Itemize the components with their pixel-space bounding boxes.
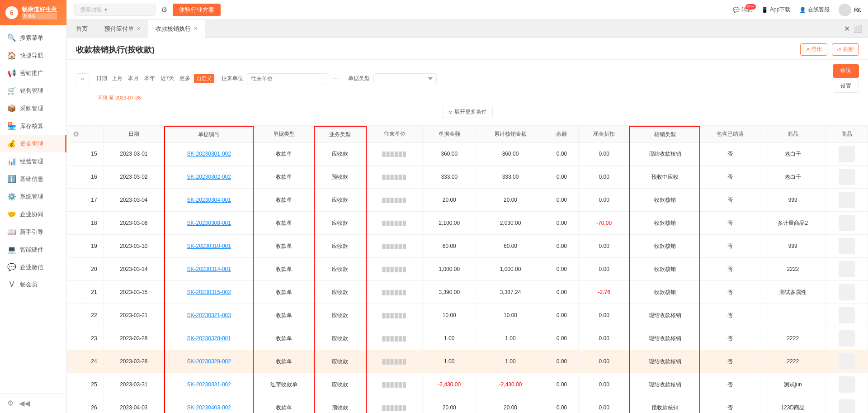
sidebar-item-basic[interactable]: ℹ️ 基础信息 <box>0 170 66 188</box>
sidebar-item-purchase[interactable]: 📦 采购管理 <box>0 100 66 117</box>
sidebar-item-operation[interactable]: 📊 经营管理 <box>0 152 66 170</box>
doc-no-link[interactable]: SK-20230308-001 <box>187 220 231 226</box>
date-more[interactable]: 更多 <box>178 74 192 83</box>
cell-doc-no[interactable]: SK-20230315-002 <box>165 281 253 304</box>
doc-no-link[interactable]: SK-20230403-002 <box>187 404 231 411</box>
export-button[interactable]: ↗ 导出 <box>800 43 827 56</box>
topbar-app-download[interactable]: 📱 App下载 <box>761 6 790 14</box>
cell-rownum: 25 <box>85 373 103 396</box>
doc-no-link[interactable]: SK-20230302-002 <box>187 174 231 180</box>
date-7days[interactable]: 近7天 <box>159 74 176 83</box>
doc-no-link[interactable]: SK-20230301-002 <box>187 151 231 157</box>
cell-balance: 0.00 <box>545 142 578 166</box>
tab-home[interactable]: 首页 <box>67 20 97 38</box>
cell-checkbox <box>67 166 85 189</box>
cell-amount: 3,390.00 <box>423 281 476 304</box>
topbar-search[interactable]: 搜索功能 ▼ <box>74 4 156 16</box>
sidebar-item-system[interactable]: ⚙️ 系统管理 <box>0 188 66 205</box>
industry-solution-button[interactable]: 体验行业方案 <box>173 4 221 16</box>
cell-biz-type: 应收款 <box>314 235 366 258</box>
col-include-settled: 包含已结清 <box>700 126 760 142</box>
cell-doc-no[interactable]: SK-20230301-002 <box>165 142 253 166</box>
filter-settings-button[interactable]: 设置 <box>833 80 859 93</box>
doc-no-link[interactable]: SK-20230331-002 <box>187 381 231 388</box>
cell-doc-no[interactable]: SK-20230403-002 <box>165 396 253 413</box>
basic-icon: ℹ️ <box>7 175 16 183</box>
date-last-month[interactable]: 上月 <box>110 74 124 83</box>
cell-writeoff-type: 现结收款核销 <box>630 373 699 396</box>
cell-date: 2023-03-28 <box>103 327 165 350</box>
sidebar-item-search[interactable]: 🔍 搜索菜单 <box>0 29 66 47</box>
sidebar-item-collab[interactable]: 🤝 企业协同 <box>0 205 66 223</box>
user-area[interactable]: Rit <box>839 4 861 16</box>
sidebar-item-inventory[interactable]: 🏪 库存核算 <box>0 117 66 135</box>
sidebar-item-hardware[interactable]: 💻 智能硬件 <box>0 241 66 258</box>
sidebar-item-label: 企业微信 <box>20 263 43 271</box>
filter-row-1: » 日期 上月 本月 本年 近7天 更多 自定义 往来单位 <box>76 64 859 93</box>
cell-doc-no[interactable]: SK-20230310-001 <box>165 235 253 258</box>
date-custom[interactable]: 自定义 <box>194 74 214 83</box>
table-settings-icon[interactable]: ⚙ <box>73 130 79 138</box>
collapse-icon[interactable]: ◀◀ <box>19 399 30 408</box>
sidebar-item-finance[interactable]: 💰 资金管理 <box>0 135 66 152</box>
col-balance: 余额 <box>545 126 578 142</box>
expand-more-button[interactable]: ∨ 展开更多条件 <box>443 106 493 118</box>
cell-doc-no[interactable]: SK-20230331-002 <box>165 373 253 396</box>
cell-doc-no[interactable]: SK-20230314-001 <box>165 258 253 281</box>
cell-date: 2023-03-31 <box>103 373 165 396</box>
tab-receive[interactable]: 收款核销执行 ✕ <box>148 20 205 38</box>
col-amount: 单据金额 <box>423 126 476 142</box>
settings-bottom-icon[interactable]: ⚙ <box>7 399 14 408</box>
sidebar-item-marketing[interactable]: 📢 营销推广 <box>0 64 66 82</box>
cell-include-settled: 否 <box>700 235 760 258</box>
cell-rownum: 17 <box>85 189 103 212</box>
doc-no-link[interactable]: SK-20230304-001 <box>187 197 231 203</box>
filter-actions: 查询 设置 <box>833 64 859 93</box>
filter-dots[interactable]: ··· <box>332 75 340 83</box>
doctype-select[interactable] <box>373 73 437 84</box>
topbar-online-service[interactable]: 👤 在线客服 <box>799 6 830 14</box>
topbar-message[interactable]: 💬 消息 99+ <box>733 6 752 14</box>
date-this-month[interactable]: 本月 <box>126 74 141 83</box>
doc-no-link[interactable]: SK-20230315-002 <box>187 289 231 295</box>
sidebar-item-sales[interactable]: 🛒 销售管理 <box>0 82 66 100</box>
cell-goods: 2222 <box>760 350 826 373</box>
cell-doc-no[interactable]: SK-20230304-001 <box>165 189 253 212</box>
cell-doc-no[interactable]: SK-20230328-002 <box>165 350 253 373</box>
tab-expand-icon[interactable]: ⬜ <box>854 24 863 33</box>
cell-doc-no[interactable]: SK-20230302-002 <box>165 166 253 189</box>
sidebar-item-wechat[interactable]: 💬 企业微信 <box>0 258 66 276</box>
filter-toggle-button[interactable]: » <box>76 73 89 84</box>
cell-writeoff-amount: 20.00 <box>476 396 545 413</box>
date-range-display: 不限 至 2023-07-26 <box>76 95 859 101</box>
doc-no-link[interactable]: SK-20230310-001 <box>187 243 231 249</box>
cell-balance: 0.00 <box>545 166 578 189</box>
col-writeoff-amount: 累计核销金额 <box>476 126 545 142</box>
cell-writeoff-amount: 2,030.00 <box>476 212 545 235</box>
cell-doc-no[interactable]: SK-20230321-003 <box>165 304 253 327</box>
sidebar-item-guide[interactable]: 📖 新手引导 <box>0 223 66 241</box>
sidebar-item-member[interactable]: V 畅会员 <box>0 276 66 293</box>
refresh-button[interactable]: ↺ 刷新 <box>832 43 859 56</box>
cell-partner: ██████ <box>366 350 423 373</box>
sidebar-item-label: 销售管理 <box>20 87 43 95</box>
doc-no-link[interactable]: SK-20230314-001 <box>187 266 231 272</box>
topbar-gear-icon[interactable]: ⚙ <box>161 5 167 14</box>
tab-close-prepay[interactable]: ✕ <box>137 26 141 32</box>
doc-no-link[interactable]: SK-20230328-001 <box>187 335 231 342</box>
cell-goods: 2222 <box>760 258 826 281</box>
cell-amount: 20.00 <box>423 396 476 413</box>
doc-no-link[interactable]: SK-20230321-003 <box>187 312 231 318</box>
tab-close-all-icon[interactable]: ✕ <box>844 24 850 33</box>
tab-prepay[interactable]: 预付应付单 ✕ <box>97 20 148 38</box>
cell-rownum: 19 <box>85 235 103 258</box>
cell-doc-no[interactable]: SK-20230308-001 <box>165 212 253 235</box>
tab-close-receive[interactable]: ✕ <box>193 26 198 32</box>
cell-doc-no[interactable]: SK-20230328-001 <box>165 327 253 350</box>
query-button[interactable]: 查询 <box>833 64 859 78</box>
message-badge: 99+ <box>745 4 756 9</box>
partner-input[interactable] <box>247 73 328 84</box>
doc-no-link[interactable]: SK-20230328-002 <box>187 358 231 365</box>
date-this-year[interactable]: 本年 <box>142 74 157 83</box>
sidebar-item-shortcut[interactable]: 🏠 快捷导航 <box>0 47 66 64</box>
